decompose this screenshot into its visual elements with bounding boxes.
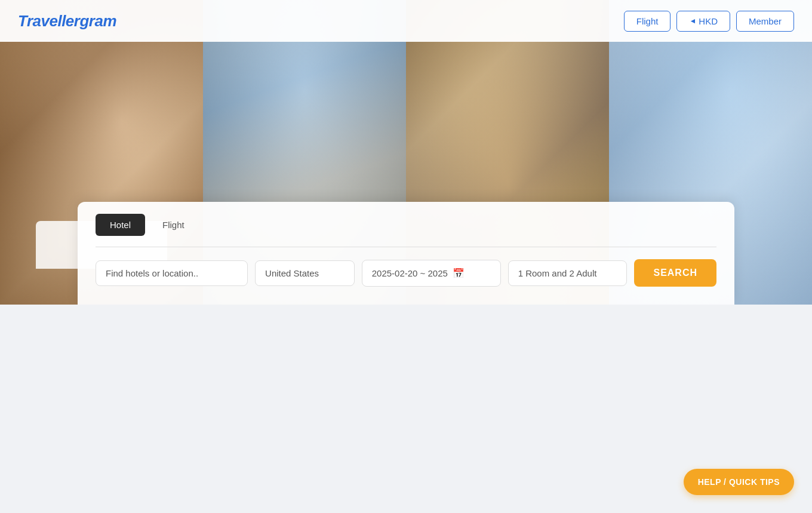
search-button[interactable]: SEARCH [634,259,716,287]
search-panel: Hotel Flight Find hotels or location.. U… [78,202,734,305]
hero-section: Hotel Flight Find hotels or location.. U… [0,0,812,305]
arrow-left-icon: ◄ [689,17,696,25]
header-nav: Flight ◄ HKD Member [624,11,794,32]
tab-flight[interactable]: Flight [147,214,199,236]
country-select[interactable]: United States [255,260,355,286]
help-button[interactable]: HELP / QUICK TIPS [684,469,794,495]
header: Travellergram Flight ◄ HKD Member [0,0,812,42]
search-tabs: Hotel Flight [96,214,716,236]
member-button[interactable]: Member [736,11,794,32]
hkd-button[interactable]: ◄ HKD [676,11,730,32]
search-fields: Find hotels or location.. United States … [96,259,716,287]
dates-picker[interactable]: 2025-02-20 ~ 2025 📅 [362,260,501,287]
logo[interactable]: Travellergram [18,12,116,30]
tab-divider [96,247,716,247]
location-input[interactable]: Find hotels or location.. [96,260,248,286]
calendar-icon: 📅 [453,268,465,279]
tab-hotel[interactable]: Hotel [96,214,145,236]
rooms-select[interactable]: 1 Room and 2 Adult [508,260,628,286]
flight-nav-button[interactable]: Flight [624,11,671,32]
